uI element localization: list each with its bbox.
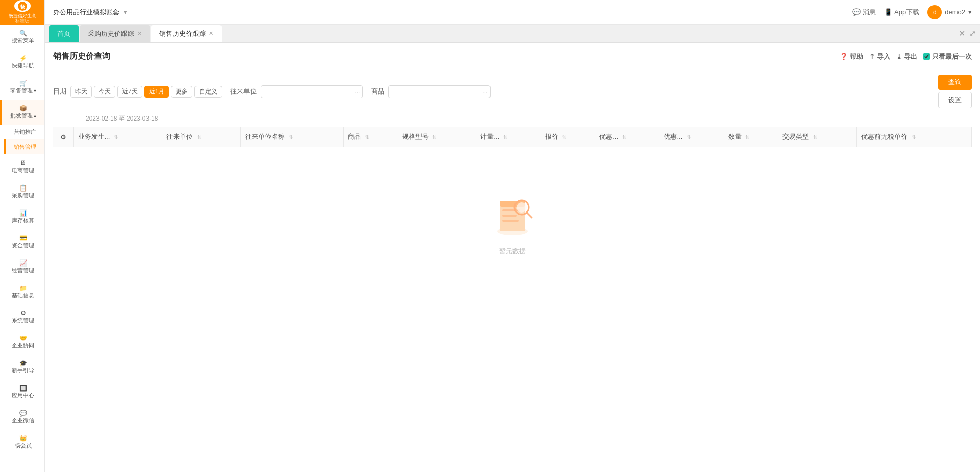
logo[interactable]: 畅 畅捷信好生意 标准版 (0, 0, 44, 25)
col-pre-tax-price[interactable]: 优惠前无税单价 ⇅ (857, 127, 972, 147)
wholesale-icon: 📦 (4, 105, 42, 112)
finance-icon: 💳 (4, 234, 42, 242)
page-title-row: 销售历史价查询 ❓ 帮助 ⤒ 导入 ⤓ 导出 (53, 51, 972, 62)
topbar-title: 办公用品行业模拟账套 (53, 8, 119, 17)
operation-icon: 📈 (4, 259, 42, 267)
ecommerce-icon: 🖥 (4, 159, 42, 167)
table-header: ⚙ 业务发生... ⇅ 往来单位 ⇅ 往来单位名称 ⇅ (53, 127, 972, 147)
date-btn-custom[interactable]: 自定义 (194, 86, 222, 98)
quick-nav-icon: ⚡ (4, 55, 42, 62)
sidebar-item-search[interactable]: 🔍 搜索菜单 (0, 25, 44, 50)
sidebar-item-base-info[interactable]: 📁 基础信息 (0, 279, 44, 304)
col-counterparty[interactable]: 往来单位 ⇅ (162, 127, 241, 147)
sidebar-item-finance[interactable]: 💳 资金管理 (0, 229, 44, 254)
import-button[interactable]: ⤒ 导入 (869, 52, 890, 61)
sort-price-icon: ⇅ (562, 134, 566, 140)
only-last-checkbox-label[interactable]: 只看最后一次 (923, 52, 972, 61)
product-dots[interactable]: ... (482, 88, 487, 95)
table-wrapper: ⚙ 业务发生... ⇅ 往来单位 ⇅ 往来单位名称 ⇅ (45, 127, 980, 297)
wechat-icon: 💬 (4, 410, 42, 417)
sort-unit-icon: ⇅ (503, 134, 507, 140)
topbar-left: 办公用品行业模拟账套 ▾ (53, 8, 127, 17)
tab-home[interactable]: 首页 (49, 25, 79, 42)
sidebar-item-retail[interactable]: 🛒 零售管理 ▾ (0, 75, 44, 100)
sidebar-item-wholesale[interactable]: 📦 批发管理 ▴ (0, 100, 44, 125)
col-product[interactable]: 商品 ⇅ (343, 127, 398, 147)
svg-rect-7 (502, 220, 519, 222)
empty-svg-icon (487, 188, 538, 239)
col-biz-date[interactable]: 业务发生... ⇅ (74, 127, 162, 147)
user-avatar[interactable]: d demo2 ▾ (927, 5, 972, 19)
maximize-window-button[interactable]: ⤢ (969, 29, 976, 38)
svg-line-10 (527, 213, 532, 218)
sidebar-item-enterprise[interactable]: 🤝 企业协同 (0, 329, 44, 355)
sidebar-item-inventory[interactable]: 📊 库存核算 (0, 204, 44, 229)
tab-sales-history[interactable]: 销售历史价跟踪 ✕ (151, 25, 222, 42)
date-filter-group: 日期 昨天 今天 近7天 近1月 更多 自定义 (53, 86, 222, 98)
sidebar: 畅 畅捷信好生意 标准版 🔍 搜索菜单 ⚡ 快捷导航 🛒 零售管理 ▾ 📦 批发… (0, 0, 45, 472)
col-discount1[interactable]: 优惠... ⇅ (595, 127, 659, 147)
sort-quantity-icon: ⇅ (745, 134, 749, 140)
topbar: 办公用品行业模拟账套 ▾ 💬 消息 📱 App下载 d demo2 ▾ (45, 0, 980, 25)
date-btn-7days[interactable]: 近7天 (117, 86, 142, 98)
col-counterparty-name[interactable]: 往来单位名称 ⇅ (240, 127, 343, 147)
close-purchase-history-icon[interactable]: ✕ (137, 30, 142, 37)
svg-point-9 (517, 202, 527, 213)
page-content: 销售历史价查询 ❓ 帮助 ⤒ 导入 ⤓ 导出 (45, 43, 980, 472)
date-btn-1month[interactable]: 近1月 (144, 86, 169, 98)
logo-tagline: 标准版 (15, 18, 29, 25)
app-download-button[interactable]: 📱 App下载 (884, 8, 919, 17)
inventory-icon: 📊 (4, 209, 42, 217)
product-filter-group: 商品 ... (371, 85, 491, 98)
message-button[interactable]: 💬 消息 (852, 8, 876, 17)
sidebar-item-ecommerce[interactable]: 🖥 电商管理 (0, 154, 44, 179)
setting-button[interactable]: 设置 (938, 92, 972, 108)
settings-icon[interactable]: ⚙ (60, 133, 66, 141)
export-button[interactable]: ⤓ 导出 (896, 52, 917, 61)
date-btn-today[interactable]: 今天 (94, 86, 115, 98)
sidebar-item-operation[interactable]: 📈 经营管理 (0, 254, 44, 279)
col-spec[interactable]: 规格型号 ⇅ (398, 127, 476, 147)
main-area: 办公用品行业模拟账套 ▾ 💬 消息 📱 App下载 d demo2 ▾ 首页 (45, 0, 980, 472)
base-info-icon: 📁 (4, 285, 42, 292)
sidebar-item-system[interactable]: ⚙ 系统管理 (0, 304, 44, 329)
system-icon: ⚙ (4, 310, 42, 317)
sidebar-item-purchase[interactable]: 📋 采购管理 (0, 179, 44, 204)
sidebar-item-member[interactable]: 👑 畅会员 (0, 430, 44, 455)
sidebar-item-marketing[interactable]: 营销推广 (4, 125, 44, 139)
date-btn-more[interactable]: 更多 (171, 86, 192, 98)
page-title: 销售历史价查询 (53, 51, 110, 62)
sidebar-item-wechat[interactable]: 💬 企业微信 (0, 405, 44, 430)
download-icon: 📱 (884, 8, 892, 16)
sidebar-item-apps[interactable]: 🔲 应用中心 (0, 380, 44, 405)
sort-trade-type-icon: ⇅ (813, 134, 817, 140)
dropdown-chevron-icon[interactable]: ▾ (124, 8, 127, 16)
counterparty-dots[interactable]: ... (355, 88, 360, 95)
user-chevron-icon: ▾ (968, 8, 972, 16)
sidebar-item-guide[interactable]: 🎓 新手引导 (0, 355, 44, 380)
tab-window-actions: ✕ ⤢ (959, 29, 976, 38)
product-input[interactable] (388, 85, 491, 98)
only-last-checkbox[interactable] (923, 53, 930, 60)
col-settings[interactable]: ⚙ (53, 127, 74, 147)
sort-spec-icon: ⇅ (432, 134, 436, 140)
close-sales-history-icon[interactable]: ✕ (209, 30, 213, 37)
col-trade-type[interactable]: 交易类型 ⇅ (778, 127, 857, 147)
col-discount2[interactable]: 优惠... ⇅ (659, 127, 724, 147)
query-button[interactable]: 查询 (938, 75, 972, 90)
counterparty-input[interactable] (261, 85, 363, 98)
sidebar-item-sales[interactable]: 销售管理 (4, 139, 44, 154)
guide-icon: 🎓 (4, 360, 42, 367)
col-price[interactable]: 报价 ⇅ (541, 127, 595, 147)
col-unit[interactable]: 计量... ⇅ (476, 127, 541, 147)
date-btn-yesterday[interactable]: 昨天 (70, 86, 92, 98)
col-quantity[interactable]: 数量 ⇅ (724, 127, 778, 147)
tab-purchase-history[interactable]: 采购历史价跟踪 ✕ (80, 25, 150, 42)
date-range-display: 2023-02-18 至 2023-03-18 (45, 114, 980, 127)
help-button[interactable]: ❓ 帮助 (840, 52, 863, 61)
import-icon: ⤒ (869, 53, 875, 60)
close-window-button[interactable]: ✕ (959, 29, 965, 38)
sidebar-item-quick-nav[interactable]: ⚡ 快捷导航 (0, 50, 44, 75)
sort-counterparty-icon: ⇅ (197, 134, 201, 140)
action-buttons: 查询 设置 (938, 75, 972, 108)
